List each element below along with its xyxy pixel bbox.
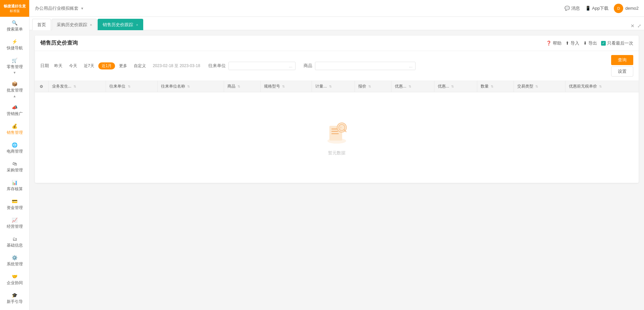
retail-expand-icon: ▼ bbox=[13, 71, 16, 74]
date-filter-group: 日期 昨天 今天 近7天 近1月 更多 自定义 2023-02-18 至 202… bbox=[40, 62, 200, 69]
guide-icon: 🎓 bbox=[12, 293, 17, 298]
enterprise-icon: 🤝 bbox=[12, 274, 17, 279]
date-more[interactable]: 更多 bbox=[116, 62, 130, 69]
avatar: D bbox=[614, 4, 623, 13]
partner-filter-label: 往来单位 bbox=[208, 63, 226, 69]
empty-state: ? 暂元数据 bbox=[35, 92, 639, 183]
app-download-icon: 📱 bbox=[585, 6, 591, 11]
sidebar-item-guide[interactable]: 🎓 新手引导 bbox=[0, 289, 30, 308]
help-button[interactable]: ❓ 帮助 bbox=[546, 40, 561, 46]
import-button[interactable]: ⬆ 导入 bbox=[566, 40, 579, 46]
message-button[interactable]: 💬 消息 bbox=[565, 5, 580, 11]
sidebar-item-basic[interactable]: 🗂 基础信息 bbox=[0, 233, 30, 252]
query-button[interactable]: 查询 bbox=[611, 55, 633, 65]
ecommerce-icon: 🌐 bbox=[12, 142, 17, 148]
header-left: 办公用品行业模拟账套 ▾ bbox=[35, 5, 83, 11]
date-filter-label: 日期 bbox=[40, 63, 49, 69]
sidebar-item-label: 库存核算 bbox=[7, 186, 23, 192]
date-range-display: 2023-02-18 至 2023-03-18 bbox=[153, 63, 200, 69]
th-partner-code[interactable]: 往来单位 ⇅ bbox=[106, 81, 157, 92]
sidebar-item-system[interactable]: ⚙️ 系统管理 bbox=[0, 252, 30, 270]
export-label: 导出 bbox=[588, 40, 597, 46]
sidebar-item-label: 零售管理 bbox=[7, 64, 23, 70]
app-title: 办公用品行业模拟账套 bbox=[35, 5, 78, 11]
product-input[interactable]: ... bbox=[315, 62, 416, 70]
th-unit[interactable]: 计量... ⇅ bbox=[312, 81, 355, 92]
marketing-icon: 📣 bbox=[12, 105, 17, 110]
filter-row: 日期 昨天 今天 近7天 近1月 更多 自定义 2023-02-18 至 202… bbox=[35, 51, 639, 81]
th-biz-date[interactable]: 业务发生... ⇅ bbox=[48, 81, 106, 92]
th-discount2[interactable]: 优惠... ⇅ bbox=[434, 81, 477, 92]
date-yesterday[interactable]: 昨天 bbox=[52, 62, 65, 69]
partner-filter-group: 往来单位 ... bbox=[208, 62, 296, 70]
sidebar-item-finance[interactable]: 💳 资金管理 bbox=[0, 195, 30, 214]
sidebar-item-marketing[interactable]: 📣 营销推广 bbox=[0, 101, 30, 120]
sidebar-item-inventory[interactable]: 📊 库存核算 bbox=[0, 176, 30, 195]
date-today[interactable]: 今天 bbox=[66, 62, 80, 69]
system-icon: ⚙️ bbox=[12, 255, 17, 260]
page-card: 销售历史价查询 ❓ 帮助 ⬆ 导入 ⬇ 导出 ✓ bbox=[35, 36, 639, 183]
only-last-checkbox-label[interactable]: ✓ 只看最后一次 bbox=[601, 40, 633, 46]
sort-arrows-trade-type: ⇅ bbox=[535, 85, 538, 88]
th-product[interactable]: 商品 ⇅ bbox=[224, 81, 260, 92]
th-discount1[interactable]: 优惠... ⇅ bbox=[391, 81, 434, 92]
th-trade-type[interactable]: 交易类型 ⇅ bbox=[514, 81, 565, 92]
sidebar-item-label: 销售管理 bbox=[7, 130, 23, 136]
message-label: 消息 bbox=[571, 5, 580, 11]
close-all-tabs-icon[interactable]: ✕ bbox=[631, 23, 635, 29]
only-last-label: 只看最后一次 bbox=[607, 40, 633, 46]
date-custom[interactable]: 自定义 bbox=[131, 62, 149, 69]
page-header: 销售历史价查询 ❓ 帮助 ⬆ 导入 ⬇ 导出 ✓ bbox=[35, 36, 639, 51]
tab-purchase-history-close-icon[interactable]: × bbox=[90, 23, 92, 27]
sales-history-table: ⚙ 业务发生... ⇅ 往来单位 ⇅ 往来单位名称 ⇅ bbox=[35, 81, 639, 92]
page-header-actions: ❓ 帮助 ⬆ 导入 ⬇ 导出 ✓ 只看最后一次 bbox=[546, 40, 633, 46]
sidebar-logo-text: 畅捷通好生意标准版 bbox=[4, 4, 26, 13]
th-quote[interactable]: 报价 ⇅ bbox=[355, 81, 391, 92]
sort-arrows-spec: ⇅ bbox=[282, 85, 285, 88]
setting-button[interactable]: 设置 bbox=[611, 66, 633, 76]
page-title: 销售历史价查询 bbox=[40, 40, 78, 47]
export-icon: ⬇ bbox=[583, 41, 587, 46]
sort-arrows-pretax-price: ⇅ bbox=[599, 85, 602, 88]
th-spec[interactable]: 规格型号 ⇅ bbox=[260, 81, 312, 92]
th-gear[interactable]: ⚙ bbox=[35, 81, 48, 92]
tab-purchase-history[interactable]: 采购历史价跟踪 × bbox=[52, 19, 97, 30]
sidebar-item-purchase[interactable]: 🛍 采购管理 bbox=[0, 158, 30, 176]
sidebar-item-sales[interactable]: 💰 销售管理 bbox=[0, 120, 30, 139]
user-profile-button[interactable]: D demo2 bbox=[614, 4, 639, 13]
sidebar-item-operations[interactable]: 📈 经营管理 bbox=[0, 214, 30, 233]
app-download-label: App下载 bbox=[592, 5, 608, 11]
sidebar-item-enterprise[interactable]: 🤝 企业协同 bbox=[0, 270, 30, 289]
date-last1m[interactable]: 近1月 bbox=[98, 62, 115, 69]
sidebar-item-label: 电商管理 bbox=[7, 149, 23, 154]
finance-icon: 💳 bbox=[12, 199, 17, 204]
sidebar-item-label: 批发管理 bbox=[7, 88, 23, 93]
date-last7[interactable]: 近7天 bbox=[81, 62, 97, 69]
sidebar-item-label: 采购管理 bbox=[7, 167, 23, 173]
app-download-button[interactable]: 📱 App下载 bbox=[585, 5, 608, 11]
th-qty[interactable]: 数量 ⇅ bbox=[477, 81, 514, 92]
th-partner-name[interactable]: 往来单位名称 ⇅ bbox=[157, 81, 224, 92]
sidebar-item-retail[interactable]: 🛒 零售管理 ▼ bbox=[0, 54, 30, 78]
sidebar-item-ecommerce[interactable]: 🌐 电商管理 bbox=[0, 139, 30, 158]
tab-sales-history-close-icon[interactable]: × bbox=[136, 23, 138, 27]
maximize-icon[interactable]: ⤢ bbox=[637, 23, 641, 29]
export-button[interactable]: ⬇ 导出 bbox=[583, 40, 597, 46]
sort-arrows-qty: ⇅ bbox=[491, 85, 493, 88]
retail-icon: 🛒 bbox=[12, 58, 17, 63]
partner-input[interactable]: ... bbox=[228, 62, 296, 70]
tab-sales-history[interactable]: 销售历史价跟踪 × bbox=[98, 19, 143, 30]
tab-home[interactable]: 首页 bbox=[32, 19, 51, 30]
search-menu-icon: 🔍 bbox=[12, 20, 17, 25]
sidebar-item-app-center[interactable]: 📲 应用中心 bbox=[0, 308, 30, 310]
message-icon: 💬 bbox=[565, 6, 570, 11]
tab-bar: 首页 采购历史价跟踪 × 销售历史价跟踪 × ✕ ⤢ bbox=[30, 17, 644, 30]
empty-text: 暂元数据 bbox=[328, 150, 345, 156]
sidebar-item-search-menu[interactable]: 🔍 搜索菜单 bbox=[0, 17, 30, 36]
sidebar-item-quick-nav[interactable]: ⚡ 快捷导航 bbox=[0, 36, 30, 54]
th-pretax-price[interactable]: 优惠前无税单价 ⇅ bbox=[565, 81, 639, 92]
table-header-row: ⚙ 业务发生... ⇅ 往来单位 ⇅ 往来单位名称 ⇅ bbox=[35, 81, 639, 92]
dropdown-arrow-icon[interactable]: ▾ bbox=[81, 6, 83, 11]
sidebar-item-wholesale[interactable]: 📦 批发管理 ▲ bbox=[0, 78, 30, 101]
sales-icon: 💰 bbox=[12, 123, 17, 129]
